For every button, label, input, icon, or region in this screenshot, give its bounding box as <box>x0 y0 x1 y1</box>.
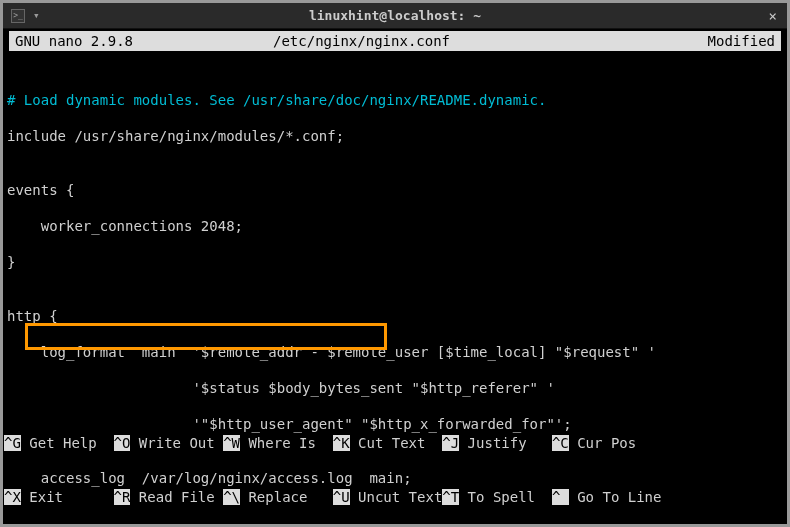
shortcut-row-2: ^X Exit ^R Read File ^\ Replace ^U Uncut… <box>4 488 786 506</box>
shortcut-label: Uncut Text <box>350 489 443 505</box>
window-title: linuxhint@localhost: ~ <box>309 8 481 23</box>
shortcut-label: Go To Line <box>569 489 662 505</box>
shortcut-label: Get Help <box>21 435 114 451</box>
nano-statusbar: GNU nano 2.9.8 /etc/nginx/nginx.conf Mod… <box>9 31 781 51</box>
editor-line: events { <box>7 181 783 199</box>
shortcut-cut-text[interactable]: ^K Cut Text <box>333 434 443 452</box>
shortcut-key: ^W <box>223 435 240 451</box>
shortcut-row-1: ^G Get Help ^O Write Out ^W Where Is ^K … <box>4 434 786 452</box>
shortcut-exit[interactable]: ^X Exit <box>4 488 114 506</box>
editor-line: } <box>7 253 783 271</box>
shortcut-replace[interactable]: ^\ Replace <box>223 488 333 506</box>
shortcut-key: ^C <box>552 435 569 451</box>
shortcut-key: ^J <box>442 435 459 451</box>
shortcut-key: ^U <box>333 489 350 505</box>
shortcut-key: ^_ <box>552 489 569 505</box>
shortcut-label: Cut Text <box>350 435 443 451</box>
nano-app-version: GNU nano 2.9.8 <box>15 33 273 49</box>
editor-line: worker_connections 2048; <box>7 217 783 235</box>
shortcut-label: Where Is <box>240 435 333 451</box>
terminal-icon: >_ <box>11 9 25 23</box>
titlebar-left: >_ ▾ <box>11 9 41 23</box>
shortcut-label: Replace <box>240 489 333 505</box>
shortcut-uncut-text[interactable]: ^U Uncut Text <box>333 488 443 506</box>
editor-line: http { <box>7 307 783 325</box>
close-icon[interactable]: × <box>769 8 777 24</box>
nano-filename: /etc/nginx/nginx.conf <box>273 33 708 49</box>
shortcut-label: Exit <box>21 489 114 505</box>
shortcut-label: Write Out <box>130 435 223 451</box>
shortcut-write-out[interactable]: ^O Write Out <box>114 434 224 452</box>
editor-line <box>7 73 783 91</box>
editor-line: log_format main '$remote_addr - $remote_… <box>7 343 783 361</box>
menu-icon[interactable]: ▾ <box>33 9 41 22</box>
shortcut-justify[interactable]: ^J Justify <box>442 434 552 452</box>
editor-line: '$status $body_bytes_sent "$http_referer… <box>7 379 783 397</box>
shortcut-key: ^G <box>4 435 21 451</box>
shortcut-where-is[interactable]: ^W Where Is <box>223 434 333 452</box>
shortcut-key: ^X <box>4 489 21 505</box>
shortcut-key: ^O <box>114 435 131 451</box>
window-titlebar: >_ ▾ linuxhint@localhost: ~ × <box>3 3 787 29</box>
nano-shortcuts: ^G Get Help ^O Write Out ^W Where Is ^K … <box>4 398 786 524</box>
shortcut-read-file[interactable]: ^R Read File <box>114 488 224 506</box>
shortcut-label: Read File <box>130 489 223 505</box>
shortcut-label: Cur Pos <box>569 435 636 451</box>
nano-modified-status: Modified <box>708 33 775 49</box>
shortcut-label: Justify <box>459 435 552 451</box>
shortcut-get-help[interactable]: ^G Get Help <box>4 434 114 452</box>
shortcut-label: To Spell <box>459 489 552 505</box>
editor-line: include /usr/share/nginx/modules/*.conf; <box>7 127 783 145</box>
shortcut-key: ^T <box>442 489 459 505</box>
editor-line-comment: # Load dynamic modules. See /usr/share/d… <box>7 91 783 109</box>
shortcut-to-spell[interactable]: ^T To Spell <box>442 488 552 506</box>
shortcut-go-to-line[interactable]: ^_ Go To Line <box>552 488 662 506</box>
shortcut-key: ^R <box>114 489 131 505</box>
shortcut-cur-pos[interactable]: ^C Cur Pos <box>552 434 636 452</box>
shortcut-key: ^K <box>333 435 350 451</box>
shortcut-key: ^\ <box>223 489 240 505</box>
